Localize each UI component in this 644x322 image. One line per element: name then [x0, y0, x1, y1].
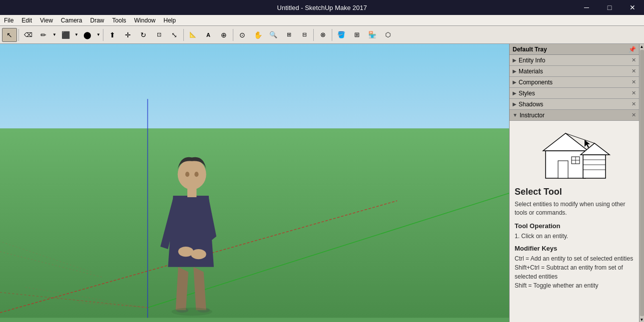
pin-icon[interactable]: 📌 [629, 46, 636, 53]
app-title: Untitled - SketchUp Make 2017 [277, 4, 367, 11]
extension-icon: ⬡ [385, 31, 391, 38]
scene-svg [0, 44, 509, 322]
components-icon: ⊞ [354, 31, 360, 38]
zoom-extents-button[interactable]: ⊟ [297, 28, 312, 42]
components-label: Components [519, 79, 553, 86]
pan-icon: ✋ [254, 31, 262, 39]
zoom-extents-icon: ⊟ [302, 31, 307, 38]
svg-rect-24 [558, 161, 568, 178]
materials-close[interactable]: ✕ [632, 68, 636, 74]
zoom-tool-button[interactable]: 🔍 [266, 28, 281, 42]
viewport[interactable] [0, 44, 509, 322]
rectangle-icon: ⬛ [61, 31, 70, 39]
scroll-down-button[interactable]: ▼ [640, 317, 644, 322]
select-tool-button[interactable]: ↖ [2, 28, 17, 42]
instructor-panel: Select Tool Select entities to modify wh… [510, 121, 639, 322]
styles-left: ▶ Styles [513, 90, 535, 97]
section-tool-button[interactable]: ⊗ [315, 28, 330, 42]
followme-tool-button[interactable]: ⊡ [151, 28, 166, 42]
toolbar-separator-1 [18, 29, 19, 41]
components-button[interactable]: ⊞ [349, 28, 364, 42]
materials-label: Materials [519, 68, 543, 75]
svg-point-16 [178, 159, 206, 190]
tool-description: Select entities to modify when using oth… [515, 200, 634, 217]
paint-icon: 🪣 [337, 31, 345, 38]
zoom-window-button[interactable]: ⊞ [281, 28, 296, 42]
maximize-button[interactable]: □ [598, 0, 621, 15]
svg-point-14 [191, 249, 206, 259]
pan-tool-button[interactable]: ✋ [250, 28, 265, 42]
tray-title: Default Tray [513, 46, 547, 53]
text-tool-button[interactable]: A [201, 28, 216, 42]
shadows-close[interactable]: ✕ [632, 101, 636, 107]
shadows-section[interactable]: ▶ Shadows ✕ [510, 99, 639, 110]
entity-info-left: ▶ Entity Info [513, 57, 545, 64]
svg-point-19 [171, 308, 212, 316]
menu-file[interactable]: File [0, 15, 17, 26]
line-tool-arrow-button[interactable]: ▼ [51, 28, 57, 42]
instructor-close[interactable]: ✕ [632, 112, 636, 118]
circle-icon: ⬤ [83, 31, 91, 39]
svg-rect-22 [583, 155, 606, 178]
materials-section[interactable]: ▶ Materials ✕ [510, 66, 639, 77]
entity-info-arrow: ▶ [513, 57, 517, 63]
minimize-button[interactable]: ─ [575, 0, 598, 15]
scroll-thumb[interactable] [640, 50, 644, 316]
tape-icon: 📐 [189, 31, 196, 38]
components-section[interactable]: ▶ Components ✕ [510, 77, 639, 88]
styles-close[interactable]: ✕ [632, 90, 636, 96]
line-tool-button[interactable]: ✏ [36, 28, 51, 42]
instructor-section-header[interactable]: ▼ Instructor ✕ [510, 110, 639, 121]
menu-tools[interactable]: Tools [108, 15, 130, 26]
shadows-label: Shadows [519, 101, 543, 108]
shape-tool-arrow-button[interactable]: ▼ [95, 28, 101, 42]
menu-draw[interactable]: Draw [86, 15, 108, 26]
scroll-up-button[interactable]: ▲ [640, 44, 644, 49]
main-area: Default Tray 📌 ▶ Entity Info ✕ ▶ Materia… [0, 44, 644, 322]
menu-camera[interactable]: Camera [57, 15, 86, 26]
rect-tool-arrow-button[interactable]: ▼ [73, 28, 79, 42]
followme-icon: ⊡ [157, 31, 161, 38]
menu-edit[interactable]: Edit [17, 15, 36, 26]
materials-left: ▶ Materials [513, 68, 543, 75]
axes-tool-button[interactable]: ⊕ [216, 28, 231, 42]
close-button[interactable]: ✕ [621, 0, 644, 15]
svg-rect-0 [0, 48, 509, 128]
menu-help[interactable]: Help [159, 15, 180, 26]
menu-window[interactable]: Window [130, 15, 160, 26]
warehouse-button[interactable]: 🏪 [365, 28, 380, 42]
move-tool-button[interactable]: ✛ [120, 28, 135, 42]
right-panel-wrapper: Default Tray 📌 ▶ Entity Info ✕ ▶ Materia… [509, 44, 644, 322]
extension-warehouse-button[interactable]: ⬡ [380, 28, 395, 42]
instructor-image-container [515, 126, 634, 181]
tape-tool-button[interactable]: 📐 [185, 28, 200, 42]
tool-name: Select Tool [515, 187, 634, 197]
right-panel-scrollbar[interactable]: ▲ ▼ [639, 44, 644, 322]
pushpull-tool-button[interactable]: ⬆ [105, 28, 120, 42]
circle-tool-button[interactable]: ⬤ [80, 28, 95, 42]
warehouse-icon: 🏪 [368, 31, 376, 38]
rotate-tool-button[interactable]: ↻ [136, 28, 151, 42]
components-close[interactable]: ✕ [632, 79, 636, 85]
components-arrow: ▶ [513, 79, 517, 85]
svg-marker-21 [543, 133, 588, 151]
rectangle-tool-button[interactable]: ⬛ [58, 28, 73, 42]
styles-section[interactable]: ▶ Styles ✕ [510, 88, 639, 99]
menu-view[interactable]: View [36, 15, 57, 26]
instructor-label: Instructor [520, 112, 545, 119]
pencil-icon: ✏ [40, 31, 46, 39]
eraser-tool-button[interactable]: ⌫ [20, 28, 35, 42]
orbit-tool-button[interactable]: ⊙ [235, 28, 250, 42]
eraser-icon: ⌫ [24, 31, 32, 38]
right-panel: Default Tray 📌 ▶ Entity Info ✕ ▶ Materia… [509, 44, 639, 322]
paint-tool-button[interactable]: 🪣 [334, 28, 349, 42]
toolbar-separator-4 [233, 29, 233, 41]
scale-tool-button[interactable]: ⤡ [167, 28, 182, 42]
axes-icon: ⊕ [221, 31, 227, 39]
toolbar-separator-2 [103, 29, 103, 41]
entity-info-section[interactable]: ▶ Entity Info ✕ [510, 55, 639, 66]
svg-point-18 [194, 172, 198, 177]
toolbar-separator-5 [313, 29, 314, 41]
toolbar: ↖ ⌫ ✏ ▼ ⬛ ▼ ⬤ ▼ ⬆ ✛ ↻ ⊡ ⤡ 📐 [0, 26, 644, 44]
entity-info-close[interactable]: ✕ [632, 57, 636, 63]
